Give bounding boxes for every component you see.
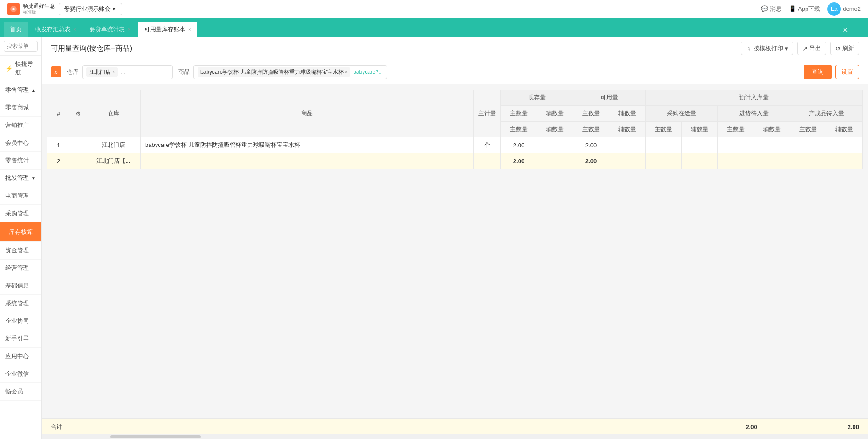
sidebar-item-quick-nav[interactable]: ⚡ 快捷导航 [0, 56, 41, 81]
user-profile[interactable]: Ea demo2 [827, 2, 861, 16]
tab-receive-pay[interactable]: 收发存汇总表 × [29, 22, 82, 37]
sidebar-item-inventory[interactable]: 库存核算 [0, 222, 41, 242]
th-production-aux-qty: 辅数量 [826, 122, 863, 137]
sidebar-item-retail-mall[interactable]: 零售商城 [0, 99, 41, 117]
chevron-up-icon: ▲ [31, 88, 36, 93]
sidebar-item-app-center[interactable]: 应用中心 [0, 348, 41, 365]
template-print-button[interactable]: 🖨 按模板打印 ▾ [741, 42, 793, 55]
total-label: 合计 [51, 423, 62, 431]
sidebar-search-area [0, 37, 41, 56]
th-available-main-qty: 主数量 [573, 106, 609, 122]
row1-stock-main: 2.00 [501, 137, 537, 153]
row1-production-main [790, 137, 826, 153]
table-row: 2 江北门店【... 2.00 2.00 [47, 153, 863, 169]
sidebar-item-finance[interactable]: 资金管理 [0, 242, 41, 260]
refresh-icon: ↺ [835, 45, 840, 52]
quick-nav-icon: ⚡ [5, 65, 13, 72]
th-stock-main-qty: 主数量 [501, 106, 537, 122]
query-button[interactable]: 查询 [804, 65, 832, 79]
page-actions: 🖨 按模板打印 ▾ ↗ 导出 ↺ 刷新 [741, 42, 859, 55]
sidebar-item-retail-stats[interactable]: 零售统计 [0, 152, 41, 170]
horizontal-scrollbar[interactable] [42, 434, 868, 439]
refresh-button[interactable]: ↺ 刷新 [830, 42, 859, 55]
product-tag-input[interactable]: babycare学饮杯 儿童防摔防撞吸管杯重力球吸嘴杯宝宝水杯 × babyca… [193, 65, 387, 79]
row1-available-main: 2.00 [573, 137, 609, 153]
sidebar-item-marketing[interactable]: 营销推广 [0, 117, 41, 134]
chevron-down-icon: ▾ [113, 5, 116, 12]
th-purchase-main-qty: 主数量 [646, 122, 682, 137]
th-warehouse: 仓库 [86, 90, 141, 137]
sidebar-item-operations[interactable]: 经营管理 [0, 260, 41, 277]
sidebar-item-basic-info[interactable]: 基础信息 [0, 277, 41, 295]
row2-settings[interactable] [70, 153, 86, 169]
sidebar-item-new-guide[interactable]: 新手引导 [0, 330, 41, 348]
row2-production-aux [826, 153, 863, 169]
warehouse-tag-1-remove[interactable]: × [112, 69, 115, 75]
row1-purchase-aux [682, 137, 718, 153]
sidebar: ⚡ 快捷导航 零售管理 ▲ 零售商城 营销推广 会员中心 零售统计 批发管理 ▼… [0, 37, 42, 439]
product-tag-1: babycare学饮杯 儿童防摔防撞吸管杯重力球吸嘴杯宝宝水杯 × [198, 67, 350, 77]
row2-inbound-aux [754, 153, 790, 169]
warehouse-tag-input[interactable]: 江北门店 × ... [82, 65, 173, 79]
tab-order-stat[interactable]: 要货单统计表 × [83, 22, 137, 37]
tab-available-stock-close[interactable]: × [188, 27, 191, 32]
sidebar-item-wholesale-mgmt[interactable]: 批发管理 ▼ [0, 170, 41, 187]
app-download-action[interactable]: 📱 App下载 [789, 5, 820, 13]
close-all-tabs[interactable]: ✕ [840, 25, 850, 35]
sidebar-item-enterprise-collab[interactable]: 企业协同 [0, 312, 41, 330]
th-product: 商品 [141, 90, 474, 137]
scrollbar-thumb[interactable] [110, 435, 201, 438]
row2-stock-main: 2.00 [501, 153, 537, 169]
maximize-tab[interactable]: ⛶ [854, 25, 864, 35]
page-header: 可用量查询(按仓库+商品) 🖨 按模板打印 ▾ ↗ 导出 ↺ 刷新 [42, 37, 868, 60]
logo-icon [7, 3, 20, 15]
sidebar-item-purchase-mgmt[interactable]: 采购管理 [0, 205, 41, 222]
th-purchase-aux-qty: 辅数量 [682, 122, 718, 137]
th-expected-group: 预计入库量 [646, 90, 863, 106]
row2-inbound-main [718, 153, 754, 169]
th-available-main-qty-2: 主数量 [573, 122, 609, 137]
sidebar-item-member-center[interactable]: 会员中心 [0, 134, 41, 152]
row1-warehouse: 江北门店 [86, 137, 141, 153]
th-settings[interactable]: ⚙ [70, 90, 86, 137]
tab-order-stat-label: 要货单统计表 [90, 25, 125, 33]
sidebar-item-member[interactable]: 畅会员 [0, 383, 41, 401]
filter-expand-button[interactable]: » [51, 66, 61, 77]
th-purchase-group: 采购在途量 [646, 106, 718, 122]
export-icon: ↗ [802, 45, 807, 52]
th-main-unit: 主计量 [474, 90, 501, 137]
sidebar-item-system-mgmt[interactable]: 系统管理 [0, 295, 41, 312]
sidebar-item-enterprise-wechat[interactable]: 企业微信 [0, 365, 41, 383]
th-stock-main-qty-2: 主数量 [501, 122, 537, 137]
sidebar-item-retail-mgmt[interactable]: 零售管理 ▲ [0, 81, 41, 99]
tab-home[interactable]: 首页 [4, 22, 28, 37]
row2-purchase-main [646, 153, 682, 169]
tab-receive-pay-close[interactable]: × [73, 27, 76, 32]
th-production-group: 产成品待入量 [790, 106, 863, 122]
row2-no: 2 [47, 153, 70, 169]
setting-button[interactable]: 设置 [835, 65, 859, 79]
nav-tabs-bar: 首页 收发存汇总表 × 要货单统计表 × 可用量库存账本 × ✕ ⛶ [0, 18, 868, 37]
row2-available-aux [609, 153, 646, 169]
tab-order-stat-close[interactable]: × [127, 27, 130, 32]
tab-available-stock[interactable]: 可用量库存账本 × [138, 22, 197, 37]
header-right: 💬 消息 📱 App下载 Ea demo2 [761, 2, 861, 16]
product-tag-1-remove[interactable]: × [345, 69, 348, 75]
row1-settings[interactable] [70, 137, 86, 153]
account-selector[interactable]: 母婴行业演示账套 ▾ [59, 3, 122, 15]
product-more-label[interactable]: babycare?... [353, 69, 383, 75]
table-row: 1 江北门店 babycare学饮杯 儿童防摔防撞吸管杯重力球吸嘴杯宝宝水杯 个… [47, 137, 863, 153]
product-filter-field: 商品 babycare学饮杯 儿童防摔防撞吸管杯重力球吸嘴杯宝宝水杯 × bab… [178, 65, 387, 79]
export-button[interactable]: ↗ 导出 [797, 42, 826, 55]
row1-production-aux [826, 137, 863, 153]
search-input[interactable] [4, 41, 38, 52]
row2-unit [474, 153, 501, 169]
row1-purchase-main [646, 137, 682, 153]
row2-stock-aux [537, 153, 573, 169]
th-available-group: 可用量 [573, 90, 646, 106]
top-header: 畅捷通好生意 标准版 母婴行业演示账套 ▾ 💬 消息 📱 App下载 Ea de… [0, 0, 868, 18]
message-action[interactable]: 💬 消息 [761, 5, 782, 13]
sidebar-item-ecommerce[interactable]: 电商管理 [0, 187, 41, 205]
product-label: 商品 [178, 68, 190, 76]
warehouse-filter-dots[interactable]: ... [120, 69, 125, 76]
